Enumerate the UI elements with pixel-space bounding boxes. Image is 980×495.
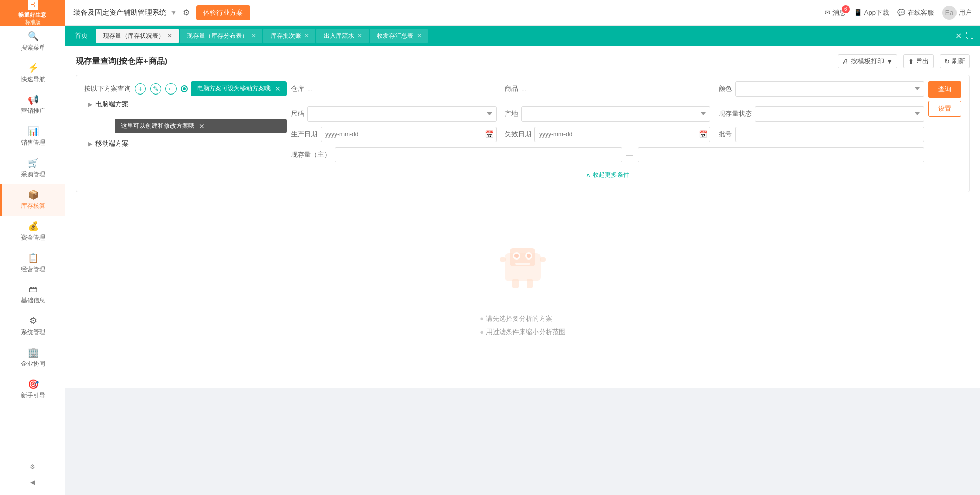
edit-schema-button[interactable]: ✎ <box>150 83 161 95</box>
svg-point-5 <box>527 254 531 258</box>
sidebar-item-tutorial[interactable]: 🎯 新手引导 <box>0 373 65 405</box>
tab-inventory-status-close[interactable]: ✕ <box>167 32 173 39</box>
sidebar-item-sales[interactable]: 📊 销售管理 <box>0 121 65 152</box>
goods-field: 商品 ... <box>505 81 710 97</box>
online-support-label: 在线客服 <box>908 8 934 17</box>
size-select[interactable] <box>307 106 497 122</box>
user-item[interactable]: Ea 用户 <box>942 6 972 20</box>
mobile-schema-label: 移动端方案 <box>95 139 129 148</box>
marketing-icon: 📢 <box>28 94 39 105</box>
sidebar-item-label: 搜索菜单 <box>21 43 45 52</box>
sidebar-item-enterprise[interactable]: 🏢 企业协同 <box>0 342 65 373</box>
desktop-schema-node[interactable]: ▶ 电脑端方案 <box>88 98 287 110</box>
base-info-icon: 🗃 <box>29 284 38 295</box>
tab-inventory-status-label: 现存量（库存状况表） <box>103 32 164 40</box>
tooltip2-close-button[interactable]: ✕ <box>199 122 205 130</box>
add-schema-button[interactable]: + <box>135 83 146 95</box>
svg-rect-8 <box>540 257 546 262</box>
stock-main-to-input[interactable] <box>638 147 925 162</box>
tab-receive-summary[interactable]: 收发存汇总表 ✕ <box>370 29 428 43</box>
origin-field: 产地 <box>505 106 710 122</box>
stock-main-label: 现存量（主） <box>291 150 331 159</box>
form-divider <box>291 102 924 102</box>
sidebar-item-label: 库存核算 <box>21 202 45 210</box>
sidebar-item-operations[interactable]: 📋 经营管理 <box>0 247 65 279</box>
online-support-item[interactable]: 💬 在线客服 <box>897 8 934 17</box>
svg-rect-6 <box>515 263 530 265</box>
sidebar-settings[interactable]: ⚙ <box>0 459 65 475</box>
system-icon: ⚙ <box>29 315 37 326</box>
edit-icon: ✎ <box>153 85 159 93</box>
sidebar-item-marketing[interactable]: 📢 营销推广 <box>0 89 65 121</box>
page-actions: 🖨 按模板打印 ▼ ⬆ 导出 ↻ 刷新 <box>838 54 970 68</box>
tab-inout-flow-close[interactable]: ✕ <box>357 32 362 39</box>
tab-receive-summary-label: 收发存汇总表 <box>377 32 413 40</box>
tab-receive-summary-close[interactable]: ✕ <box>416 32 422 39</box>
tab-close-all-icon[interactable]: ✕ <box>955 31 962 41</box>
manufacture-date-calendar-icon[interactable]: 📅 <box>485 130 494 138</box>
sidebar: 🅱 畅通好生意 标准版 🔍 搜索菜单 ⚡ 快速导航 📢 营销推广 📊 销售管理 … <box>0 0 65 495</box>
tab-inventory-dist-close[interactable]: ✕ <box>251 32 256 39</box>
system-dropdown-arrow[interactable]: ▼ <box>170 9 177 16</box>
export-button[interactable]: ⬆ 导出 <box>903 54 934 68</box>
goods-label: 商品 <box>505 84 518 93</box>
tab-inventory-dist-label: 现存量（库存分布表） <box>187 32 248 40</box>
origin-select[interactable] <box>521 106 710 122</box>
settings-gear-icon[interactable]: ⚙ <box>181 6 192 19</box>
mobile-schema-node[interactable]: ▶ 移动端方案 <box>88 137 287 150</box>
collapse-button[interactable]: ∧ 收起更多条件 <box>291 167 924 180</box>
sidebar-item-finance[interactable]: 💰 资金管理 <box>0 216 65 247</box>
sidebar-bottom: ⚙ ◀ <box>0 454 65 495</box>
tooltip1-close-button[interactable]: ✕ <box>275 85 281 93</box>
color-select[interactable] <box>735 81 924 97</box>
filter-section: 按以下方案查询 + ✎ ← <box>76 75 970 192</box>
page-title: 现存量查询(按仓库+商品) <box>76 56 167 67</box>
sidebar-item-purchase[interactable]: 🛒 采购管理 <box>0 152 65 184</box>
batch-input[interactable] <box>735 127 924 142</box>
message-item[interactable]: ✉ 消息 6 <box>825 8 846 17</box>
tab-home-label: 首页 <box>75 32 88 39</box>
schema-tree-mobile: ▶ 移动端方案 <box>88 137 287 150</box>
print-button[interactable]: 🖨 按模板打印 ▼ <box>838 54 897 68</box>
tab-expand-icon[interactable]: ⛶ <box>966 31 974 40</box>
tab-inout-flow[interactable]: 出入库流水 ✕ <box>316 29 369 43</box>
search-button[interactable]: 查询 <box>928 81 961 98</box>
stock-main-from-input[interactable] <box>335 147 622 162</box>
enterprise-icon: 🏢 <box>28 347 39 358</box>
filter-header-row: 按以下方案查询 + ✎ ← <box>84 81 961 180</box>
sidebar-item-base-info[interactable]: 🗃 基础信息 <box>0 279 65 310</box>
svg-point-4 <box>514 254 519 258</box>
empty-icon <box>492 233 553 304</box>
content: 现存量查询(按仓库+商品) 🖨 按模板打印 ▼ ⬆ 导出 ↻ 刷新 <box>65 46 980 495</box>
tab-batch-account[interactable]: 库存批次账 ✕ <box>263 29 315 43</box>
stock-status-select[interactable] <box>755 106 924 122</box>
tab-inout-flow-label: 出入库流水 <box>324 32 354 40</box>
quick-nav-icon: ⚡ <box>28 62 39 74</box>
sidebar-item-label: 营销推广 <box>21 107 45 115</box>
app-download-item[interactable]: 📱 App下载 <box>854 8 889 17</box>
brand-name: 畅通好生意 <box>18 11 46 19</box>
refresh-button[interactable]: ↻ 刷新 <box>940 54 970 68</box>
sidebar-item-inventory[interactable]: 📦 库存核算 <box>0 184 65 216</box>
sidebar-item-quick-nav[interactable]: ⚡ 快速导航 <box>0 57 65 89</box>
tab-batch-account-close[interactable]: ✕ <box>304 32 309 39</box>
sidebar-item-system[interactable]: ⚙ 系统管理 <box>0 310 65 342</box>
header-right: ✉ 消息 6 📱 App下载 💬 在线客服 Ea 用户 <box>825 6 972 20</box>
tab-inventory-status[interactable]: 现存量（库存状况表） ✕ <box>96 29 179 43</box>
sidebar-item-label: 新手引导 <box>21 391 45 400</box>
print-dropdown-icon: ▼ <box>886 58 893 65</box>
mobile-arrow-icon: ▶ <box>88 140 92 147</box>
tab-home[interactable]: 首页 <box>67 28 95 43</box>
reset-button[interactable]: 设置 <box>928 101 961 117</box>
sidebar-collapse[interactable]: ◀ <box>0 475 65 490</box>
tutorial-icon: 🎯 <box>28 379 39 390</box>
manufacture-date-input[interactable] <box>321 127 497 142</box>
expiry-date-input[interactable] <box>534 127 710 142</box>
back-schema-button[interactable]: ← <box>165 83 177 95</box>
tooltip1-text: 电脑方案可设为移动方案哦 <box>197 84 271 93</box>
trial-button[interactable]: 体验行业方案 <box>196 5 250 20</box>
sidebar-item-search-menu[interactable]: 🔍 搜索菜单 <box>0 26 65 57</box>
expiry-date-calendar-icon[interactable]: 📅 <box>699 130 707 138</box>
tab-inventory-dist[interactable]: 现存量（库存分布表） ✕ <box>180 29 262 43</box>
manufacture-date-wrapper: 📅 <box>321 127 497 142</box>
